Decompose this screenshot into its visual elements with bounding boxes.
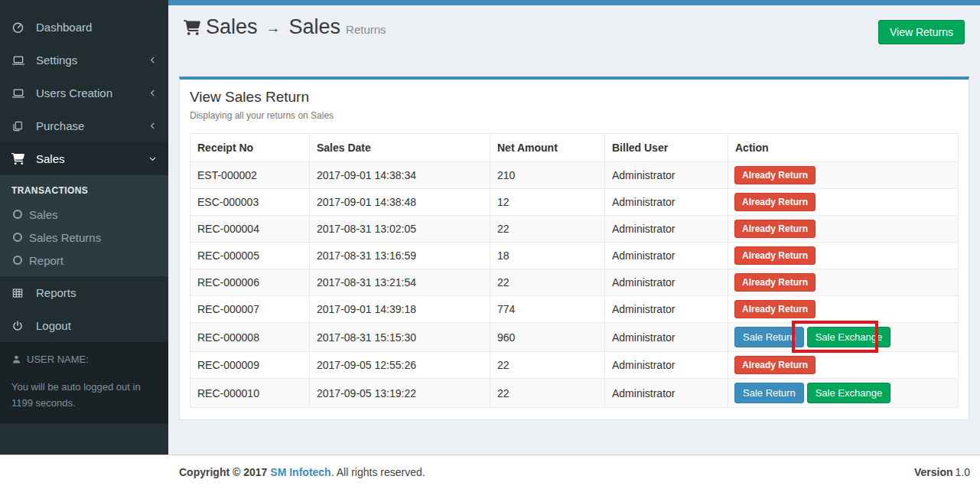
copy-icon [11, 120, 31, 132]
sidebar-item-label: Purchase [36, 119, 84, 132]
user-name-label: USER NAME: [27, 354, 89, 365]
receipt-no-cell: REC-000004 [190, 216, 310, 243]
table-header-row: Receipt No Sales Date Net Amount Billed … [190, 134, 959, 162]
sidebar-item-users-creation[interactable]: Users Creation [0, 77, 168, 109]
user-icon [11, 354, 27, 364]
content-area: Sales → Sales Returns View Returns View … [168, 0, 980, 455]
net-amount-cell: 774 [490, 296, 605, 323]
table-row: REC-0000042017-08-31 13:02:0522Administr… [190, 216, 959, 243]
table-row: REC-0000062017-08-31 13:21:5422Administr… [190, 269, 959, 296]
company-link[interactable]: SM Infotech [270, 466, 330, 478]
receipt-no-cell: ESC-000003 [190, 189, 310, 216]
receipt-no-cell: REC-000009 [190, 352, 310, 379]
auto-logout-notice: You will be auto logged out in 1199 seco… [11, 380, 145, 412]
action-cell: Already Return [728, 162, 959, 189]
copyright-text: Copyright © 2017SM Infotech. All rights … [179, 466, 425, 478]
submenu-item-label: Sales Returns [29, 231, 101, 244]
sale-return-button[interactable]: Sale Return [734, 383, 804, 403]
billed-user-cell: Administrator [605, 296, 728, 323]
action-cell: Already Return [728, 189, 959, 216]
already-return-button[interactable]: Already Return [734, 246, 816, 265]
already-return-button[interactable]: Already Return [734, 193, 816, 211]
table-row: REC-0000082017-08-31 15:15:30960Administ… [190, 323, 959, 352]
main-wrap: Dashboard Settings Users Creation [0, 0, 980, 455]
net-amount-cell: 22 [490, 269, 605, 296]
submenu-header: TRANSACTIONS [0, 178, 168, 203]
chevron-left-icon [148, 56, 157, 64]
net-amount-cell: 22 [490, 352, 605, 379]
sidebar-item-label: Logout [36, 319, 71, 332]
sidebar: Dashboard Settings Users Creation [0, 0, 168, 455]
sales-date-cell: 2017-09-01 14:38:34 [310, 162, 490, 189]
breadcrumb-page-sub: Returns [346, 23, 386, 36]
column-header-receipt-no: Receipt No [190, 134, 310, 162]
already-return-button[interactable]: Already Return [734, 300, 816, 318]
already-return-button[interactable]: Already Return [734, 356, 816, 374]
footer: Copyright © 2017SM Infotech. All rights … [0, 455, 980, 489]
sidebar-item-purchase[interactable]: Purchase [0, 109, 168, 142]
sales-date-cell: 2017-08-31 13:16:59 [310, 243, 490, 269]
sidebar-item-sales-returns[interactable]: Sales Returns [0, 226, 168, 249]
receipt-no-cell: REC-000010 [190, 379, 310, 408]
breadcrumb-page: Sales [289, 16, 341, 39]
sidebar-item-label: Dashboard [36, 21, 92, 34]
action-cell: Already Return [728, 243, 959, 269]
chevron-down-icon [148, 155, 157, 163]
sale-exchange-button[interactable]: Sale Exchange [807, 383, 890, 403]
sidebar-item-transactions-sales[interactable]: Sales [0, 203, 168, 226]
sidebar-bottom-strip [0, 424, 168, 455]
view-returns-button[interactable]: View Returns [878, 20, 965, 44]
cart-icon [184, 19, 200, 36]
already-return-button[interactable]: Already Return [734, 166, 816, 184]
chevron-left-icon [148, 89, 157, 97]
version-text: Version1.0 [914, 466, 970, 478]
circle-icon [13, 233, 22, 242]
sales-return-panel: View Sales Return Displaying all your re… [179, 77, 969, 420]
table-row: REC-0000072017-09-01 14:39:18774Administ… [190, 296, 959, 323]
sales-date-cell: 2017-09-05 13:19:22 [310, 379, 490, 408]
sidebar-item-dashboard[interactable]: Dashboard [0, 11, 168, 44]
sale-return-button[interactable]: Sale Return [734, 327, 804, 347]
page-header: Sales → Sales Returns View Returns [168, 5, 980, 67]
sidebar-item-label: Reports [36, 286, 77, 299]
net-amount-cell: 18 [490, 243, 605, 269]
sales-date-cell: 2017-09-05 12:55:26 [310, 352, 490, 379]
billed-user-cell: Administrator [605, 269, 728, 296]
laptop-icon [11, 54, 31, 67]
sidebar-item-logout[interactable]: Logout [0, 309, 168, 342]
action-cell: Sale ReturnSale Exchange [728, 323, 959, 352]
table-row: REC-0000102017-09-05 13:19:2222Administr… [190, 379, 959, 408]
sidebar-item-reports[interactable]: Reports [0, 276, 168, 309]
table-row: ESC-0000032017-09-01 14:38:4812Administr… [190, 189, 959, 216]
table-icon [11, 287, 31, 299]
circle-icon [13, 256, 22, 265]
sidebar-item-label: Settings [36, 54, 77, 67]
sales-date-cell: 2017-09-01 14:39:18 [310, 296, 490, 323]
sales-submenu: TRANSACTIONS Sales Sales Returns Report [0, 175, 168, 276]
receipt-no-cell: REC-000005 [190, 243, 310, 269]
version-label: Version [914, 466, 953, 478]
copyright-suffix: . All rights reserved. [331, 466, 425, 478]
version-value: 1.0 [956, 466, 970, 478]
page-title: Sales [206, 16, 258, 39]
sidebar-item-sales[interactable]: Sales [0, 142, 168, 175]
action-cell: Already Return [728, 296, 959, 323]
receipt-no-cell: REC-000007 [190, 296, 310, 323]
sidebar-item-settings[interactable]: Settings [0, 44, 168, 77]
receipt-no-cell: REC-000008 [190, 323, 310, 352]
submenu-item-label: Report [29, 254, 63, 267]
sidebar-item-report[interactable]: Report [0, 249, 168, 272]
sales-date-cell: 2017-09-01 14:38:48 [310, 189, 490, 216]
column-header-net-amount: Net Amount [490, 134, 605, 162]
action-cell: Already Return [728, 269, 959, 296]
sales-date-cell: 2017-08-31 15:15:30 [310, 323, 490, 352]
already-return-button[interactable]: Already Return [734, 273, 816, 292]
arrow-right-icon: → [266, 20, 281, 37]
billed-user-cell: Administrator [605, 379, 728, 408]
action-cell: Sale ReturnSale Exchange [728, 379, 959, 408]
already-return-button[interactable]: Already Return [734, 220, 816, 238]
sale-exchange-button[interactable]: Sale Exchange [807, 327, 890, 347]
circle-icon [13, 210, 22, 219]
billed-user-cell: Administrator [605, 352, 728, 379]
table-row: REC-0000052017-08-31 13:16:5918Administr… [190, 243, 959, 269]
